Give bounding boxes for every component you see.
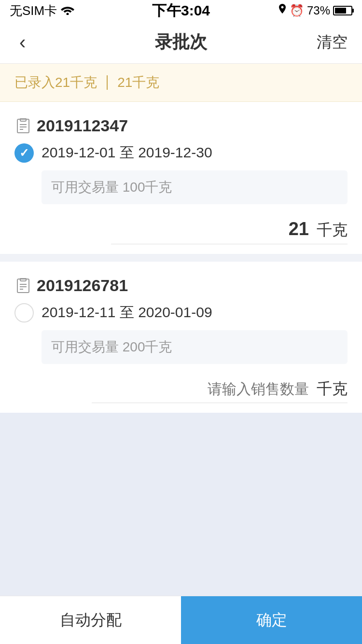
info-divider [107,75,108,90]
recorded-amount: 已录入21千克 [14,73,97,92]
item-date-row-1[interactable]: 2019-12-01 至 2019-12-30 [14,143,348,163]
wifi-icon [61,3,74,18]
input-underline [92,403,348,403]
info-banner: 已录入21千克 21千克 [0,64,362,102]
status-time: 下午3:04 [152,1,210,21]
amount-value-1: 21 [289,219,309,239]
quantity-input[interactable] [164,381,309,397]
battery-icon [333,6,352,15]
item-qty-text-2: 可用交易量 200千克 [51,339,172,354]
amount-row: 21 千克 [0,214,362,241]
nav-title: 录批次 [155,30,207,54]
radio-selected-1[interactable] [14,143,34,163]
item-card-2: 2019126781 2019-12-11 至 2020-01-09 可用交易量… [0,262,362,374]
carrier-text: 无SIM卡 [10,2,57,19]
input-underline-container [0,400,362,413]
amount-underline [111,244,348,244]
item-id-1: 2019112347 [37,116,128,135]
item-header-2: 2019126781 [14,276,348,295]
total-amount: 21千克 [117,73,159,92]
location-icon [278,4,287,17]
item-qty-text-1: 可用交易量 100千克 [51,180,172,195]
confirm-button[interactable]: 确定 [181,596,362,644]
status-bar: 无SIM卡 下午3:04 ⏰ 73% [0,0,362,21]
amount-underline-container [0,241,362,254]
auto-distribute-button[interactable]: 自动分配 [0,596,181,644]
item-qty-box-2: 可用交易量 200千克 [42,330,348,364]
input-unit: 千克 [317,378,348,400]
alarm-icon: ⏰ [290,4,304,17]
item-date-1: 2019-12-01 至 2019-12-30 [42,143,212,163]
item-date-2: 2019-12-11 至 2020-01-09 [42,303,212,322]
item-icon-2 [14,277,32,294]
item-qty-box-1: 可用交易量 100千克 [42,170,348,204]
back-button[interactable]: ‹ [14,27,30,58]
empty-area [0,413,362,606]
item-card-1: 2019112347 2019-12-01 至 2019-12-30 可用交易量… [0,102,362,214]
item-header-1: 2019112347 [14,116,348,135]
radio-unselected-2[interactable] [14,303,34,322]
nav-bar: ‹ 录批次 清空 [0,21,362,64]
battery-text: 73% [307,4,330,17]
content-area: 2019112347 2019-12-01 至 2019-12-30 可用交易量… [0,102,362,644]
item-id-2: 2019126781 [37,276,128,295]
item-date-row-2[interactable]: 2019-12-11 至 2020-01-09 [14,303,348,322]
item-icon-1 [14,117,32,135]
status-right: ⏰ 73% [278,4,352,17]
input-row[interactable]: 千克 [0,374,362,400]
card-divider [0,254,362,262]
status-left: 无SIM卡 [10,2,74,19]
bottom-bar: 自动分配 确定 [0,596,362,644]
svg-point-0 [67,13,69,15]
amount-unit-1: 千克 [317,220,348,241]
clear-button[interactable]: 清空 [317,32,348,53]
